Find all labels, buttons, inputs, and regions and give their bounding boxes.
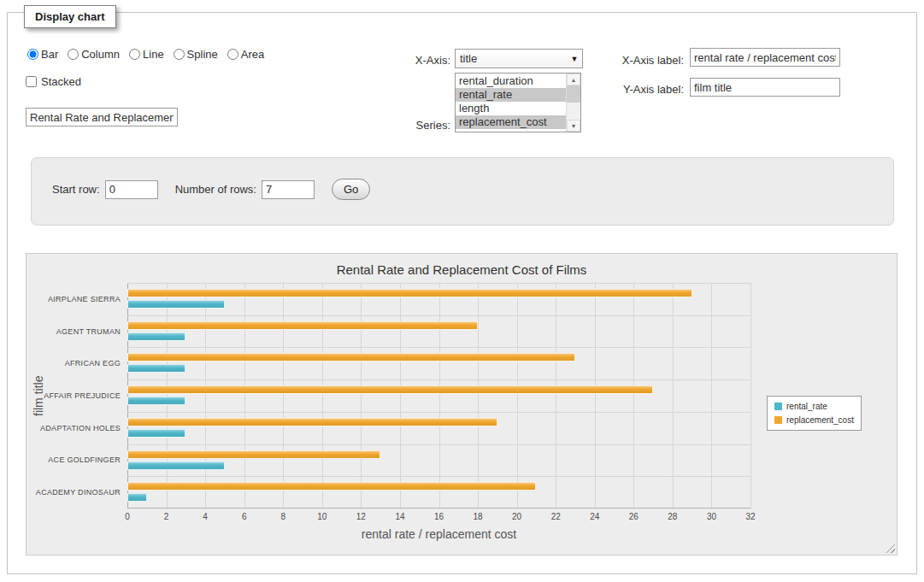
chart-type-radio-spline[interactable] [174,49,185,60]
rows-panel: Start row: Number of rows: Go [31,157,894,226]
y-axis-label-input[interactable] [690,78,840,97]
chart-type-label-line: Line [143,48,164,61]
legend-label-replacement-cost: replacement_cost [786,415,854,425]
display-chart-page: Display chart Bar Column Line Spline Are… [0,0,924,582]
bar-rental_rate[interactable] [127,429,185,438]
scroll-up-icon[interactable]: ▲ [567,73,580,85]
category-label: AFRICAN EGG [26,359,121,367]
x-tick-label: 4 [192,512,218,521]
legend-swatch-1 [774,416,782,424]
gridline-vertical [283,283,284,509]
series-option-replacement-cost[interactable]: replacement_cost [456,115,566,129]
legend-entry-rental-rate[interactable]: rental_rate [774,402,854,411]
x-axis-select-value: title [456,52,567,65]
x-tick-label: 2 [154,512,180,521]
rows-panel-inner: Start row: Number of rows: Go [52,179,370,200]
bar-rental_rate[interactable] [127,461,225,470]
chart-type-radio-column[interactable] [68,49,79,60]
gridline-vertical [322,283,323,509]
x-tick-label: 18 [465,512,491,521]
gridline-horizontal [127,315,750,316]
gridline-vertical [633,283,634,509]
x-tick-label: 0 [115,512,140,521]
gridline-horizontal [127,347,750,348]
scrollbar-thumb[interactable] [567,85,580,103]
x-tick-label: 28 [660,512,686,521]
go-button[interactable]: Go [332,179,370,200]
gridline-vertical [595,283,596,509]
chart-type-radio-area[interactable] [227,49,238,60]
stacked-row: Stacked [26,75,81,88]
gridline-horizontal [127,508,750,509]
chart-type-label-area: Area [241,48,264,61]
chart-type-radio-group: Bar Column Line Spline Area [27,48,264,61]
bar-replacement_cost[interactable] [127,321,478,330]
bar-rental_rate[interactable] [127,332,185,341]
category-label: AIRPLANE SIERRA [26,295,121,303]
chart-legend: rental_rate replacement_cost [767,396,862,431]
gridline-vertical [127,283,128,509]
chart-type-radio-bar[interactable] [27,49,38,60]
x-tick-label: 16 [427,512,452,521]
bar-replacement_cost[interactable] [127,450,380,459]
x-tick-label: 26 [621,512,646,521]
x-axis-caption: X-Axis: [376,54,450,67]
gridline-vertical [556,283,556,509]
x-tick-label: 6 [232,512,257,521]
chart-type-label-spline: Spline [187,48,218,61]
gridline-horizontal [127,476,750,477]
num-rows-label: Number of rows: [175,183,256,196]
x-tick-label: 8 [270,512,296,521]
plot-area [127,283,750,509]
series-option-rental-rate[interactable]: rental_rate [456,88,566,102]
start-row-input[interactable] [105,180,158,199]
gridline-vertical [400,283,401,509]
scrollbar-track[interactable] [567,103,580,120]
chart-title-input[interactable] [26,108,178,126]
category-labels: AIRPLANE SIERRAAGENT TRUMANAFRICAN EGGAF… [26,283,121,509]
x-axis-select[interactable]: title ▼ [455,49,583,68]
bar-replacement_cost[interactable] [127,385,653,394]
gridline-vertical [478,283,479,509]
series-options: rental_duration rental_rate length repla… [456,73,566,132]
bar-replacement_cost[interactable] [127,289,692,297]
bar-rental_rate[interactable] [127,397,185,405]
x-tick-label: 30 [698,512,724,521]
bar-replacement_cost[interactable] [127,418,497,426]
gridline-vertical [361,283,362,509]
bar-rental_rate[interactable] [127,364,185,373]
legend-label-rental-rate: rental_rate [786,402,827,411]
bar-rental_rate[interactable] [127,300,225,309]
x-tick-label: 20 [504,512,530,521]
num-rows-input[interactable] [262,180,315,199]
x-tick-label: 32 [738,512,763,521]
series-option-length[interactable]: length [456,102,566,115]
gridline-vertical [439,283,440,509]
legend-swatch-0 [774,403,782,410]
gridline-horizontal [127,379,750,380]
bar-replacement_cost[interactable] [127,482,536,491]
series-option-rental-duration[interactable]: rental_duration [456,74,566,88]
chart-type-label-bar: Bar [41,48,58,61]
scroll-down-icon[interactable]: ▼ [567,120,580,132]
x-tick-label: 14 [387,512,413,521]
start-row-label: Start row: [52,183,100,196]
resize-grip-icon[interactable] [886,544,895,553]
bar-replacement_cost[interactable] [127,353,575,362]
x-tick-label: 12 [348,512,374,521]
series-scrollbar[interactable]: ▲ ▼ [566,73,580,132]
x-axis-label-caption: X-Axis label: [603,54,684,67]
stacked-label: Stacked [41,75,81,88]
bar-rental_rate[interactable] [127,493,147,502]
legend-entry-replacement-cost[interactable]: replacement_cost [774,415,854,425]
gridline-vertical [750,283,751,509]
gridline-horizontal [127,412,750,413]
gridline-vertical [167,283,168,509]
chart-type-radio-line[interactable] [129,49,140,60]
chart-type-label-column: Column [81,48,120,61]
x-axis-label-input[interactable] [690,48,840,67]
stacked-checkbox[interactable] [26,76,37,87]
series-listbox[interactable]: rental_duration rental_rate length repla… [455,73,581,132]
y-axis-label-caption: Y-Axis label: [603,83,684,96]
category-label: AFFAIR PREJUDICE [26,391,121,400]
